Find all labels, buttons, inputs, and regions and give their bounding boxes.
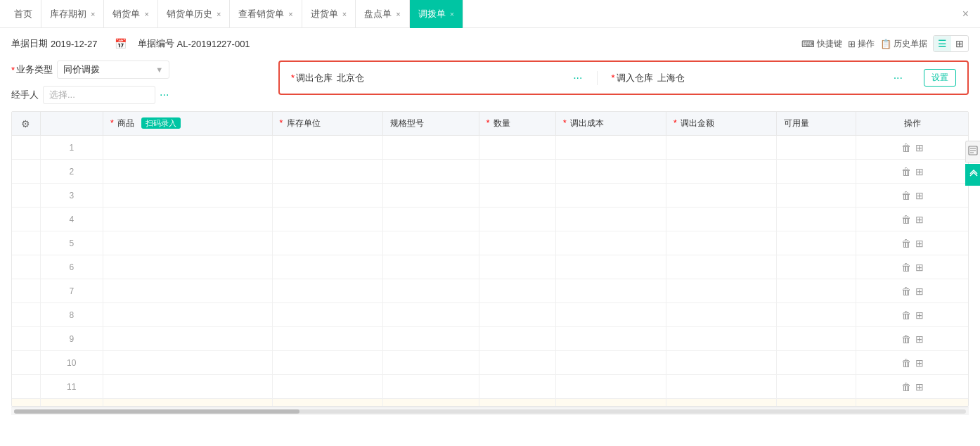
copy-row-icon[interactable]: ⊞ — [915, 286, 924, 297]
table-row: 9 🗑⊞ — [12, 327, 968, 351]
row-amount-1[interactable] — [666, 136, 777, 160]
col-header-rownum — [40, 112, 103, 136]
tab-bar: 首页 库存期初 × 销货单 × 销货单历史 × 查看销货单 × 进货单 × 盘点… — [0, 0, 980, 28]
tab-sales-history[interactable]: 销货单历史 × — [158, 0, 230, 28]
tab-inventory-count[interactable]: 盘点单 × — [356, 0, 409, 28]
biz-type-field: * 业务类型 同价调拨 ▼ — [11, 60, 264, 79]
header-row: 单据日期 2019-12-27 📅 单据编号 AL-20191227-001 ⌨… — [11, 35, 969, 52]
subtotal-cost: 0.00 — [556, 399, 666, 407]
close-icon[interactable]: × — [288, 10, 292, 18]
row-ops-1: 🗑 ⊞ — [856, 136, 968, 160]
copy-row-icon[interactable]: ⊞ — [915, 381, 924, 393]
copy-row-icon[interactable]: ⊞ — [915, 310, 924, 321]
delete-row-icon[interactable]: 🗑 — [901, 142, 911, 153]
delete-row-icon[interactable]: 🗑 — [901, 310, 911, 321]
table-header: ⚙ * 商品 扫码录入 * 库存单位 规格型号 * — [12, 112, 968, 136]
col-header-product: * 商品 扫码录入 — [103, 112, 272, 136]
table-gear-icon[interactable]: ⚙ — [21, 118, 30, 129]
horizontal-scrollbar[interactable] — [11, 407, 969, 415]
copy-row-icon[interactable]: ⊞ — [915, 190, 924, 201]
close-icon[interactable]: × — [217, 10, 221, 18]
sidebar-expand-icon[interactable] — [965, 164, 980, 186]
out-warehouse-label: 调出仓库 — [296, 72, 333, 84]
row-unit-2[interactable] — [272, 160, 382, 184]
close-icon[interactable]: × — [450, 10, 454, 18]
shortcuts-action[interactable]: ⌨ 快捷键 — [801, 38, 842, 50]
in-warehouse-label: 调入仓库 — [617, 72, 653, 84]
close-icon[interactable]: × — [144, 10, 148, 18]
copy-row-icon[interactable]: ⊞ — [915, 238, 924, 249]
copy-row-icon[interactable]: ⊞ — [915, 333, 924, 345]
form-section: * 业务类型 同价调拨 ▼ 经手人 选择... ··· * 调出仓库 北京仓 — [11, 60, 969, 104]
out-warehouse-more-icon[interactable]: ··· — [573, 72, 582, 84]
col-header-available: 可用量 — [777, 112, 856, 136]
dropdown-arrow-icon: ▼ — [155, 65, 163, 74]
row-spec-2[interactable] — [382, 160, 479, 184]
table-row: 3 🗑⊞ — [12, 184, 968, 208]
settings-button[interactable]: 设置 — [924, 69, 956, 87]
copy-row-icon[interactable]: ⊞ — [915, 142, 924, 153]
header-actions: ⌨ 快捷键 ⊞ 操作 📋 历史单据 ☰ ⊞ — [801, 35, 969, 52]
tab-purchase[interactable]: 进货单 × — [302, 0, 356, 28]
row-spec-1[interactable] — [382, 136, 479, 160]
table-row: 4 🗑⊞ — [12, 208, 968, 231]
close-icon[interactable]: × — [396, 10, 400, 18]
sidebar-note-icon[interactable] — [965, 141, 980, 163]
copy-row-icon[interactable]: ⊞ — [915, 357, 924, 369]
row-unit-1[interactable] — [272, 136, 382, 160]
handler-select[interactable]: 选择... — [43, 86, 155, 104]
row-ops-2: 🗑 ⊞ — [856, 160, 968, 184]
tab-inventory-init[interactable]: 库存期初 × — [41, 0, 104, 28]
delete-row-icon[interactable]: 🗑 — [901, 381, 911, 393]
scrollbar-thumb[interactable] — [14, 409, 299, 414]
delete-row-icon[interactable]: 🗑 — [901, 286, 911, 297]
row-cost-2[interactable] — [556, 160, 666, 184]
delete-row-icon[interactable]: 🗑 — [901, 262, 911, 273]
subtotal-row: 小计 0.00 0.00 0.00 — [12, 399, 968, 407]
close-icon[interactable]: × — [342, 10, 347, 18]
biz-type-value: 同价调拨 — [63, 63, 155, 76]
grid-icon: ⊞ — [848, 39, 856, 49]
row-product-2[interactable] — [103, 160, 272, 184]
copy-row-icon[interactable]: ⊞ — [915, 214, 924, 225]
delete-row-icon[interactable]: 🗑 — [901, 357, 911, 369]
tab-transfer[interactable]: 调拨单 × — [410, 0, 463, 28]
table-row: 2 🗑 ⊞ — [12, 160, 968, 184]
close-all-tabs[interactable]: × — [957, 8, 974, 20]
warehouse-section: * 调出仓库 北京仓 ··· * 调入仓库 上海仓 ··· 设置 — [278, 60, 969, 95]
close-icon[interactable]: × — [91, 10, 95, 18]
operations-action[interactable]: ⊞ 操作 — [848, 38, 875, 50]
transfer-table: ⚙ * 商品 扫码录入 * 库存单位 规格型号 * — [12, 112, 968, 407]
col-header-gear[interactable]: ⚙ — [12, 112, 40, 136]
delete-row-icon[interactable]: 🗑 — [901, 214, 911, 225]
biz-type-select[interactable]: 同价调拨 ▼ — [57, 60, 169, 79]
warehouse-divider — [597, 71, 598, 85]
out-warehouse-field: * 调出仓库 北京仓 ··· — [291, 72, 583, 84]
row-product-1[interactable] — [103, 136, 272, 160]
row-qty-2[interactable] — [479, 160, 555, 184]
delete-row-icon[interactable]: 🗑 — [901, 166, 911, 177]
history-action[interactable]: 📋 历史单据 — [880, 38, 927, 50]
required-star: * — [291, 72, 295, 83]
scrollbar-track[interactable] — [14, 409, 966, 414]
tab-view-sales[interactable]: 查看销货单 × — [230, 0, 302, 28]
main-content: 单据日期 2019-12-27 📅 单据编号 AL-20191227-001 ⌨… — [0, 28, 980, 422]
tab-home[interactable]: 首页 — [6, 0, 41, 28]
doc-date-label: 单据日期 — [11, 37, 48, 50]
delete-row-icon[interactable]: 🗑 — [901, 333, 911, 345]
copy-row-icon[interactable]: ⊞ — [915, 166, 924, 177]
row-cost-1[interactable] — [556, 136, 666, 160]
calendar-icon[interactable]: 📅 — [115, 38, 127, 49]
delete-row-icon[interactable]: 🗑 — [901, 238, 911, 249]
handler-more-icon[interactable]: ··· — [160, 89, 169, 101]
row-amount-2[interactable] — [666, 160, 777, 184]
list-view-toggle[interactable]: ☰ — [934, 36, 951, 51]
row-qty-1[interactable] — [479, 136, 555, 160]
scan-entry-button[interactable]: 扫码录入 — [141, 117, 181, 129]
grid-view-toggle[interactable]: ⊞ — [951, 36, 968, 51]
in-warehouse-more-icon[interactable]: ··· — [894, 72, 903, 84]
tab-sales-order[interactable]: 销货单 × — [104, 0, 157, 28]
delete-row-icon[interactable]: 🗑 — [901, 190, 911, 201]
copy-row-icon[interactable]: ⊞ — [915, 262, 924, 273]
view-toggle: ☰ ⊞ — [933, 35, 969, 52]
